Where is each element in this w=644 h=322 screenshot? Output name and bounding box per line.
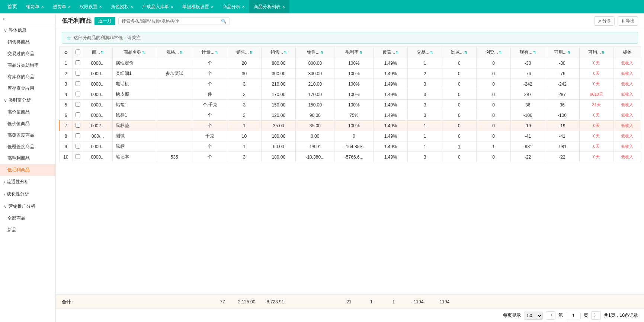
row-code: 0000... [83,141,113,152]
sidebar-group-overall[interactable]: ∨ 整体信息 [0,24,55,36]
sidebar-group-flow[interactable]: › 流通性分析 [0,176,55,188]
row-checkbox-cell[interactable] [73,141,83,152]
footer-sales3: -8,723.91 [260,297,289,306]
row-coverage: 1.49% [374,121,408,131]
row-current: -106 [511,110,545,121]
sidebar-item-traded-goods[interactable]: 交易过的商品 [0,48,55,60]
share-icon: ↗ [597,19,601,24]
row-checkbox[interactable] [76,112,80,117]
row-sales1: 3 [227,100,261,110]
col-checkbox-all[interactable] [73,47,83,58]
search-icon[interactable]: 🔍 [221,19,227,24]
row-gross-rate: 100% [334,89,374,100]
sidebar-item-high-margin[interactable]: 高毛利商品 [0,153,55,164]
sidebar-group-wealth[interactable]: ∨ 类财富分析 [0,94,55,106]
row-checkbox-cell[interactable] [73,121,83,131]
filter-recent-month-btn[interactable]: 近一月 [94,17,115,25]
row-checkbox-cell[interactable] [73,152,83,162]
sidebar-item-all-goods[interactable]: 全部商品 [0,213,55,224]
content-area: 低毛利商品 近一月 🔍 ↗ 分享 ⬇ 导出 ☆ 这部分商品的利润非常低，请关注 [56,13,644,322]
row-spec [156,89,193,100]
row-name: 鼠标1 [113,110,156,121]
nav-templates-close[interactable]: ✕ [211,5,214,9]
sidebar-group-marketing[interactable]: ∨ 营销推广分析 [0,200,55,213]
nav-analysis-close[interactable]: ✕ [242,5,245,9]
col-settings[interactable]: ⚙ [59,47,73,58]
row-gross-rate: 0 [334,131,374,141]
row-checkbox-cell[interactable] [73,100,83,110]
nav-analysis-list[interactable]: 商品分析列表 ✕ [249,0,289,13]
export-button[interactable]: ⬇ 导出 [618,16,638,26]
row-checkbox-cell[interactable] [73,58,83,68]
col-coverage: 覆盖...⇅ [374,47,408,58]
sidebar-item-low-value[interactable]: 低价值商品 [0,118,55,130]
nav-sales-close[interactable]: ✕ [41,5,44,9]
nav-sales[interactable]: 销货单 ✕ [22,0,48,13]
row-checkbox-cell[interactable] [73,110,83,121]
sidebar-item-category-rate[interactable]: 商品分类助销率 [0,60,55,71]
nav-analysis-list-close[interactable]: ✕ [282,5,285,9]
sidebar-item-high-value[interactable]: 高价值商品 [0,106,55,118]
row-gross-rate: 100% [334,100,374,110]
arrow-down-icon2: ∨ [4,98,7,103]
row-checkbox-cell[interactable] [73,89,83,100]
row-unit: 个 [193,141,227,152]
row-sales1: 3 [227,152,261,162]
row-current: -41 [511,131,545,141]
prev-page-btn[interactable]: 〈 [546,311,555,320]
table-header-row: ⚙ 商...⇅ 商品名称⇅ 规格...⇅ 计量...⇅ 销售...⇅ 销售...… [59,47,641,58]
row-name: 电话机 [113,79,156,89]
row-sales3: 150.00 [296,100,334,110]
row-checkbox[interactable] [76,81,80,86]
row-checkbox[interactable] [76,102,80,107]
row-trade: 1 [408,131,442,141]
nav-templates[interactable]: 单据模板设置 ✕ [178,0,218,13]
row-sales3: 300.00 [296,68,334,79]
page-number-input[interactable] [566,312,581,319]
select-all-checkbox[interactable] [76,50,80,54]
row-num: 8 [59,131,73,141]
nav-home[interactable]: 首页 [3,0,22,13]
row-checkbox[interactable] [76,60,80,65]
nav-permissions-close[interactable]: ✕ [99,5,102,9]
row-checkbox[interactable] [76,92,80,96]
page-title: 低毛利商品 [62,17,92,25]
col-gross-rate: 毛利率⇅ [334,47,374,58]
row-code: 0000... [83,58,113,68]
row-sales1: 30 [227,68,261,79]
row-checkbox[interactable] [76,144,80,149]
row-browse1[interactable]: 1 [442,141,476,152]
row-available: -106 [545,110,579,121]
sidebar-item-new-goods[interactable]: 新品 [0,224,55,236]
sidebar-item-stock-goods[interactable]: 有库存的商品 [0,71,55,83]
page-size-select[interactable]: 50 20 100 [524,312,543,320]
row-checkbox[interactable] [76,133,80,138]
row-checkbox[interactable] [76,71,80,76]
nav-purchase[interactable]: 进货单 ✕ [48,0,75,13]
row-checkbox[interactable] [76,154,80,159]
search-input[interactable] [122,19,221,24]
row-checkbox-cell[interactable] [73,131,83,141]
nav-permissions[interactable]: 权限设置 ✕ [75,0,106,13]
next-page-btn[interactable]: 〉 [591,311,601,320]
sidebar-item-low-margin[interactable]: 低毛利商品 [0,164,55,176]
sidebar-item-sales-goods[interactable]: 销售类商品 [0,36,55,48]
sidebar-item-stock-capital[interactable]: 库存资金占用 [0,83,55,94]
nav-purchase-close[interactable]: ✕ [68,5,71,9]
nav-products-close[interactable]: ✕ [170,5,173,9]
share-button[interactable]: ↗ 分享 [594,16,615,26]
sidebar-collapse-btn[interactable]: « [3,16,6,22]
row-checkbox-cell[interactable] [73,79,83,89]
sidebar-item-high-coverage[interactable]: 高覆盖度商品 [0,130,55,141]
row-unit: 个 [193,79,227,89]
row-unit: 个 [193,152,227,162]
table-row: 9 0000... 鼠标 个 1 60.00 -98.91 -164.85% 1… [59,141,641,152]
sidebar-item-low-coverage[interactable]: 低覆盖度商品 [0,141,55,153]
nav-roles[interactable]: 角色授权 ✕ [106,0,138,13]
row-checkbox-cell[interactable] [73,68,83,79]
nav-products[interactable]: 产成品入库单 ✕ [138,0,178,13]
nav-analysis[interactable]: 商品分析 ✕ [218,0,249,13]
nav-roles-close[interactable]: ✕ [130,5,133,9]
row-checkbox[interactable] [76,123,80,128]
sidebar-group-growth[interactable]: › 成长性分析 [0,188,55,200]
